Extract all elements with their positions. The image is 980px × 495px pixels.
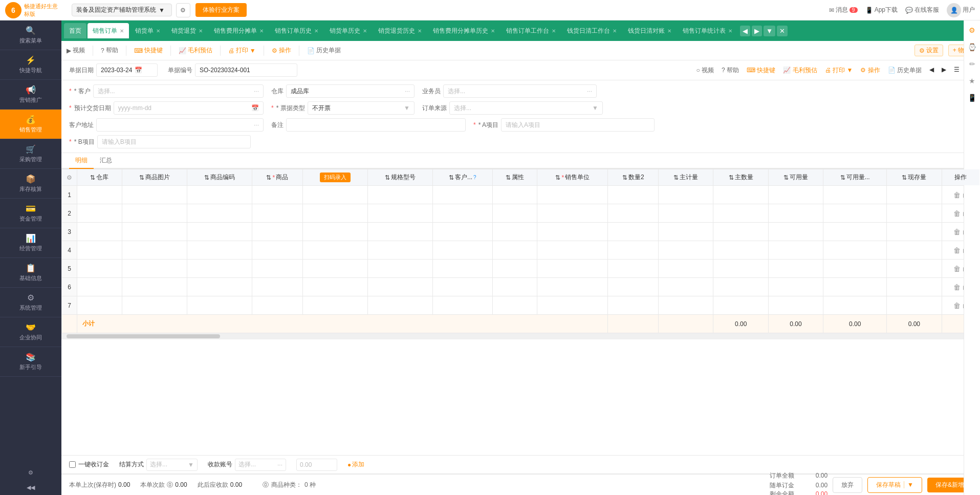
profit-button[interactable]: 📈 毛利预估 xyxy=(179,46,212,55)
next-record[interactable]: ▶ xyxy=(942,66,946,75)
tab-close-icon[interactable]: ✕ xyxy=(363,28,367,34)
discard-button[interactable]: 放弃 xyxy=(833,477,862,493)
save-draft-button[interactable]: 保存草稿 ▼ xyxy=(867,477,922,493)
sidebar-settings[interactable]: ⚙ xyxy=(0,465,61,480)
tab-close-icon[interactable]: ✕ xyxy=(667,28,671,34)
project-b-input[interactable]: 请输入B项目 xyxy=(97,135,251,148)
tab-sales-invoice[interactable]: 销货单 ✕ xyxy=(130,23,165,38)
shortcuts-button[interactable]: ⌨ 快捷键 xyxy=(134,46,163,55)
delete-row-button[interactable]: 🗑 xyxy=(953,209,961,218)
sidebar-item-nav[interactable]: ⚡ 快捷导航 xyxy=(0,50,61,80)
tab-expense-history[interactable]: 销售费用分摊单历史 ✕ xyxy=(428,23,500,38)
app-download-button[interactable]: 📱 App下载 xyxy=(865,6,898,14)
tab-close-icon[interactable]: ✕ xyxy=(728,28,732,34)
delivery-input[interactable]: yyyy-mm-dd 📅 xyxy=(114,101,264,115)
list-view[interactable]: ☰ xyxy=(954,66,960,75)
th-available2[interactable]: ⇅ 可用量... xyxy=(823,169,887,186)
delete-row-button[interactable]: 🗑 xyxy=(953,265,961,273)
address-input[interactable]: ··· xyxy=(96,118,264,132)
th-code[interactable]: ⇅ 商品编码 xyxy=(187,169,252,186)
view-button[interactable]: ▶ 视频 xyxy=(67,46,85,55)
sidebar-item-operations[interactable]: 📊 经营管理 xyxy=(0,228,61,258)
tab-home[interactable]: 首页 xyxy=(64,23,86,38)
shortcut-link[interactable]: ⌨ 快捷键 xyxy=(747,66,775,75)
account-select[interactable]: 选择... ··· xyxy=(235,459,286,471)
sidebar-item-inventory[interactable]: 📦 库存核算 xyxy=(0,169,61,199)
th-product[interactable]: ⇅ *商品 xyxy=(252,169,303,186)
one-click-checkbox[interactable] xyxy=(69,461,76,468)
sidebar-item-purchase[interactable]: 🛒 采购管理 xyxy=(0,139,61,169)
warehouse-input[interactable]: 成品库 ··· xyxy=(286,84,415,98)
dropdown-arrow[interactable]: ▼ xyxy=(904,481,913,488)
tab-close-icon[interactable]: ✕ xyxy=(552,28,556,34)
sidebar-item-system[interactable]: ⚙ 系统管理 xyxy=(0,288,61,317)
tab-sales-order-history[interactable]: 销售订单历史 ✕ xyxy=(270,23,323,38)
delete-row-button[interactable]: 🗑 xyxy=(953,191,961,199)
scrollbar-thumb[interactable] xyxy=(67,334,220,338)
messages-button[interactable]: ✉ 消息 9 xyxy=(829,6,858,14)
th-stock[interactable]: ⇅ 现存量 xyxy=(887,169,942,186)
help-button[interactable]: ? 帮助 xyxy=(101,46,118,55)
delete-row-button[interactable]: 🗑 xyxy=(953,302,961,310)
view-link[interactable]: ○ 视频 xyxy=(696,66,714,75)
th-warehouse[interactable]: ⇅ 仓库 xyxy=(77,169,122,186)
tab-daily-workbench[interactable]: 钱货日清工作台 ✕ xyxy=(562,23,622,38)
th-qty2[interactable]: ⇅ 数量2 xyxy=(608,169,659,186)
th-spec[interactable]: ⇅ 规格型号 xyxy=(367,169,432,186)
project-a-input[interactable]: 请输入A项目 xyxy=(501,118,655,132)
print-link[interactable]: 🖨 打印 ▼ xyxy=(825,66,853,75)
profit-link[interactable]: 📈 毛利预估 xyxy=(783,66,817,75)
th-main-qty[interactable]: ⇅ 主数量 xyxy=(713,169,768,186)
rs-icon-clock[interactable]: ⌚ xyxy=(965,40,979,54)
order-source-select[interactable]: 选择... ▼ xyxy=(449,101,603,115)
tab-order-workbench[interactable]: 销售订单工作台 ✕ xyxy=(501,23,561,38)
code-input[interactable]: SO-20230324-001 xyxy=(195,63,297,77)
tab-invoice-history[interactable]: 销货单历史 ✕ xyxy=(324,23,372,38)
detail-tab-summary[interactable]: 汇总 xyxy=(94,153,118,169)
tab-close-icon[interactable]: ✕ xyxy=(259,28,264,34)
tab-sales-expense[interactable]: 销售费用分摊单 ✕ xyxy=(209,23,269,38)
hist-link[interactable]: 📄 历史单据 xyxy=(888,66,922,75)
rs-icon-edit[interactable]: ✏ xyxy=(965,57,979,71)
th-available[interactable]: ⇅ 可用量 xyxy=(768,169,823,186)
user-menu[interactable]: 👤 用户 xyxy=(947,3,975,17)
prev-record[interactable]: ◀ xyxy=(929,66,934,75)
tab-close-icon[interactable]: ✕ xyxy=(418,28,422,34)
scan-btn[interactable]: 扫码录入 xyxy=(320,173,351,182)
rs-icon-star[interactable]: ★ xyxy=(965,74,979,88)
tab-sales-stats[interactable]: 销售订单统计表 ✕ xyxy=(678,23,737,38)
sidebar-collapse[interactable]: ◀◀ xyxy=(0,480,61,495)
delete-row-button[interactable]: 🗑 xyxy=(953,228,961,236)
rs-icon-scan[interactable]: 📱 xyxy=(965,91,979,105)
tab-close-icon[interactable]: ✕ xyxy=(120,28,124,34)
sidebar-item-sales[interactable]: 💰 销售管理 xyxy=(0,110,61,139)
customer-input[interactable]: 选择... ··· xyxy=(93,84,264,98)
tab-sales-order[interactable]: 销售订单 ✕ xyxy=(88,23,129,38)
online-support-button[interactable]: 💬 在线客服 xyxy=(905,6,939,14)
invoice-select[interactable]: 不开票 ▼ xyxy=(308,101,415,115)
th-gear[interactable]: ⚙ xyxy=(62,169,77,186)
rs-icon-settings[interactable]: ⚙ xyxy=(965,23,979,37)
remark-input[interactable] xyxy=(286,118,466,132)
tab-close-icon[interactable]: ✕ xyxy=(491,28,495,34)
amount-input[interactable]: 0.00 xyxy=(296,459,337,471)
th-unit[interactable]: ⇅ *销售单位 xyxy=(537,169,608,186)
print-button[interactable]: 🖨 打印 ▼ xyxy=(228,46,256,55)
horizontal-scrollbar[interactable] xyxy=(61,333,980,339)
tab-next-button[interactable]: ▶ xyxy=(752,26,762,36)
tab-close-icon[interactable]: ✕ xyxy=(314,28,318,34)
sidebar-item-guide[interactable]: 📚 新手引导 xyxy=(0,347,61,377)
tab-prev-button[interactable]: ◀ xyxy=(740,26,750,36)
tab-close-all-button[interactable]: ✕ xyxy=(777,26,788,36)
tab-close-icon[interactable]: ✕ xyxy=(613,28,617,34)
tab-sales-return[interactable]: 销货退货 ✕ xyxy=(166,23,208,38)
sidebar-item-marketing[interactable]: 📢 营销推广 xyxy=(0,80,61,110)
tab-close-icon[interactable]: ✕ xyxy=(199,28,203,34)
sidebar-item-finance[interactable]: 💳 资金管理 xyxy=(0,199,61,228)
th-main-unit[interactable]: ⇅ 主计量 xyxy=(659,169,713,186)
tab-menu-button[interactable]: ▼ xyxy=(764,26,775,36)
sidebar-item-collab[interactable]: 🤝 企业协同 xyxy=(0,317,61,347)
detail-tab-detail[interactable]: 明细 xyxy=(69,153,94,169)
th-attr[interactable]: ⇅ 属性 xyxy=(492,169,537,186)
th-scan[interactable]: 扫码录入 xyxy=(302,169,367,186)
